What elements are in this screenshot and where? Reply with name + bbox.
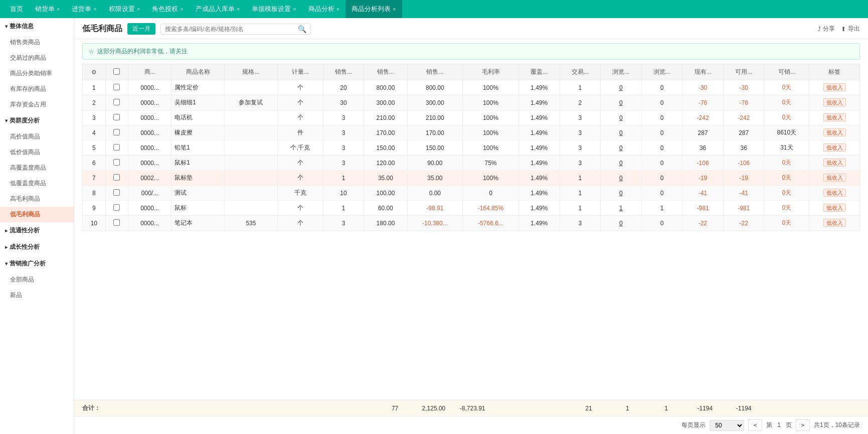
nav-goods-analysis[interactable]: 商品分析 × [302, 0, 345, 18]
close-icon[interactable]: × [393, 6, 396, 12]
sidebar-group-flow[interactable]: ▸ 流通性分析 [0, 222, 74, 239]
sidebar-item-low-margin[interactable]: 低毛利商品 [0, 207, 74, 222]
share-button[interactable]: ⤴ 分享 [818, 25, 835, 33]
close-icon[interactable]: × [137, 6, 140, 12]
row-select-checkbox[interactable] [113, 159, 120, 166]
row-select-checkbox[interactable] [113, 84, 120, 90]
sidebar-group-growth[interactable]: ▸ 成长性分析 [0, 239, 74, 255]
row-name[interactable]: 测试 [171, 186, 225, 201]
sidebar-item-high-coverage[interactable]: 高覆盖度商品 [0, 160, 74, 176]
col-stock[interactable]: 现有... [682, 64, 724, 80]
export-button[interactable]: ⬆ 导出 [841, 25, 860, 33]
col-tag[interactable]: 标签 [809, 64, 860, 80]
row-browse1[interactable]: 0 [601, 156, 642, 171]
row-name[interactable]: 铅笔1 [171, 140, 225, 156]
col-avail[interactable]: 可用... [723, 64, 764, 80]
next-page-button[interactable]: ＞ [796, 419, 810, 431]
row-checkbox[interactable] [105, 125, 128, 140]
col-name[interactable]: 商品名称 [171, 64, 225, 80]
row-name[interactable]: 橡皮擦 [171, 125, 225, 140]
row-select-checkbox[interactable] [113, 174, 120, 181]
nav-role-auth[interactable]: 角色授权 × [146, 0, 189, 18]
col-browse1[interactable]: 浏览... [601, 64, 642, 80]
close-icon[interactable]: × [57, 6, 60, 12]
row-checkbox[interactable] [105, 80, 128, 95]
date-filter-button[interactable]: 近一月 [127, 23, 155, 35]
sidebar-item-sales-goods[interactable]: 销售类商品 [0, 35, 74, 50]
row-browse1[interactable]: 0 [601, 110, 642, 125]
row-checkbox[interactable] [105, 95, 128, 110]
col-sale-qty[interactable]: 销售... [323, 64, 364, 80]
table-container[interactable]: ⚙ 商... 商品名称 规格... 计量... 销售... 销售... 销售..… [74, 64, 868, 400]
search-icon[interactable]: 🔍 [298, 25, 306, 33]
sidebar-item-low-value[interactable]: 低价值商品 [0, 144, 74, 160]
row-name[interactable]: 鼠标 [171, 201, 225, 216]
row-select-checkbox[interactable] [113, 99, 120, 105]
sidebar-group-cluster[interactable]: ▾ 类群度分析 [0, 112, 74, 129]
sidebar-item-high-margin[interactable]: 高毛利商品 [0, 191, 74, 207]
row-checkbox[interactable] [105, 140, 128, 156]
row-select-checkbox[interactable] [113, 129, 120, 135]
col-trade-count[interactable]: 交易... [560, 64, 601, 80]
nav-goods-analysis-list[interactable]: 商品分析列表 × [345, 0, 402, 18]
close-icon[interactable]: × [93, 6, 96, 12]
row-browse1[interactable]: 0 [601, 186, 642, 201]
row-browse1[interactable]: 0 [601, 216, 642, 231]
col-cover-rate[interactable]: 覆盖... [518, 64, 560, 80]
search-input[interactable] [165, 26, 298, 33]
col-browse2[interactable]: 浏览... [641, 64, 682, 80]
row-select-checkbox[interactable] [113, 144, 120, 151]
row-browse1[interactable]: 0 [601, 80, 642, 95]
col-sale-amt2[interactable]: 销售... [407, 64, 463, 80]
row-name[interactable]: 吴细细1 [171, 95, 225, 110]
row-name[interactable]: 笔记本 [171, 216, 225, 231]
row-browse1[interactable]: 0 [601, 125, 642, 140]
nav-product-in[interactable]: 产成品入库单 × [190, 0, 246, 18]
close-icon[interactable]: × [237, 6, 240, 12]
col-settings[interactable]: ⚙ [83, 64, 106, 80]
sidebar-item-new-goods[interactable]: 新品 [0, 287, 74, 303]
col-sale-amt1[interactable]: 销售... [364, 64, 407, 80]
col-saleable[interactable]: 可销... [764, 64, 809, 80]
row-select-checkbox[interactable] [113, 114, 120, 120]
select-all-checkbox[interactable] [113, 68, 120, 75]
row-name[interactable]: 鼠标1 [171, 156, 225, 171]
sidebar-group-overall[interactable]: ▾ 整体信息 [0, 18, 74, 35]
row-checkbox[interactable] [105, 110, 128, 125]
sidebar-item-all-goods[interactable]: 全部商品 [0, 272, 74, 287]
row-browse1[interactable]: 0 [601, 171, 642, 186]
row-checkbox[interactable] [105, 216, 128, 231]
sidebar-item-high-value[interactable]: 高价值商品 [0, 129, 74, 144]
nav-permission-setting[interactable]: 权限设置 × [103, 0, 146, 18]
row-browse1[interactable]: 0 [601, 95, 642, 110]
row-checkbox[interactable] [105, 186, 128, 201]
row-select-checkbox[interactable] [113, 204, 120, 211]
row-select-checkbox[interactable] [113, 219, 120, 226]
row-browse1[interactable]: 1 [601, 201, 642, 216]
nav-template-setting[interactable]: 单据模板设置 × [246, 0, 302, 18]
sidebar-item-low-coverage[interactable]: 低覆盖度商品 [0, 176, 74, 191]
row-checkbox[interactable] [105, 171, 128, 186]
sidebar-item-category-sales[interactable]: 商品分类助销率 [0, 66, 74, 81]
nav-home[interactable]: 首页 [4, 0, 29, 18]
col-code[interactable]: 商... [128, 64, 171, 80]
close-icon[interactable]: × [180, 6, 183, 12]
prev-page-button[interactable]: ＜ [748, 419, 762, 431]
sidebar-group-marketing[interactable]: ▾ 营销推广分析 [0, 255, 74, 272]
row-select-checkbox[interactable] [113, 189, 120, 196]
row-name[interactable]: 属性定价 [171, 80, 225, 95]
col-spec[interactable]: 规格... [225, 64, 278, 80]
sidebar-item-in-stock-goods[interactable]: 有库存的商品 [0, 81, 74, 97]
col-select-all[interactable] [105, 64, 128, 80]
sidebar-item-traded-goods[interactable]: 交易过的商品 [0, 50, 74, 66]
row-name[interactable]: 电话机 [171, 110, 225, 125]
col-unit[interactable]: 计量... [277, 64, 323, 80]
nav-sales-order[interactable]: 销货单 × [29, 0, 66, 18]
nav-purchase-order[interactable]: 进货单 × [66, 0, 102, 18]
sidebar-item-inventory-capital[interactable]: 库存资金占用 [0, 97, 74, 112]
row-browse1[interactable]: 0 [601, 140, 642, 156]
col-gross-rate[interactable]: 毛利率 [463, 64, 519, 80]
row-checkbox[interactable] [105, 156, 128, 171]
row-name[interactable]: 鼠标垫 [171, 171, 225, 186]
per-page-select[interactable]: 50 100 200 [710, 420, 744, 431]
